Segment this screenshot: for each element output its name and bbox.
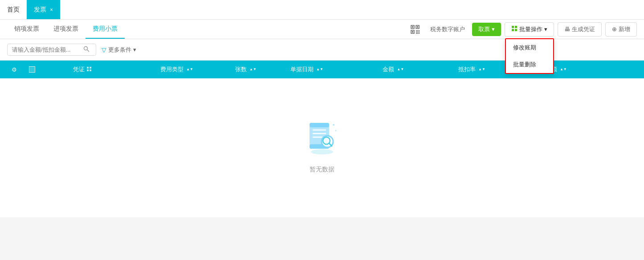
add-icon: ⊕: [612, 26, 617, 32]
toolbar: 税务数字账户 取票 ▾ 批量操作 ▾: [407, 22, 637, 37]
svg-rect-10: [417, 32, 418, 32]
tab-sales-invoice[interactable]: 销项发票: [7, 20, 46, 39]
svg-rect-21: [87, 67, 89, 69]
qr-icon-button[interactable]: [407, 23, 423, 36]
svg-rect-27: [310, 123, 329, 127]
svg-text:✦: ✦: [332, 122, 335, 127]
more-filter-label: 更多条件: [108, 46, 131, 54]
th-type-sort: ▲▼: [186, 68, 193, 71]
batch-ops-dropdown: 修改账期 批量删除: [505, 38, 554, 74]
svg-rect-15: [512, 26, 514, 28]
svg-line-20: [87, 50, 90, 52]
th-count-sort: ▲▼: [249, 68, 257, 71]
batch-ops-arrow: ▾: [544, 26, 547, 32]
search-input[interactable]: [12, 46, 83, 53]
batch-ops-icon: [511, 25, 518, 33]
svg-rect-24: [90, 69, 91, 71]
th-date[interactable]: 单据日期 ▲▼: [264, 65, 350, 73]
empty-state: ✦ ✦ 暂无数据: [0, 78, 644, 191]
dropdown-batch-delete[interactable]: 批量删除: [506, 56, 553, 73]
invoice-tab-label: 发票: [34, 6, 46, 14]
tab-expense-receipt[interactable]: 费用小票: [86, 20, 125, 39]
svg-rect-11: [419, 32, 420, 32]
th-settings[interactable]: ⚙: [4, 66, 25, 73]
search-button[interactable]: [83, 46, 90, 53]
take-ticket-arrow: ▾: [492, 26, 495, 32]
top-nav: 首页 发票 ×: [0, 0, 644, 20]
th-amount-sort: ▲▼: [397, 68, 404, 71]
svg-rect-18: [515, 29, 517, 31]
th-count[interactable]: 张数 ▲▼: [228, 65, 264, 73]
svg-rect-5: [412, 31, 413, 32]
batch-ops-label: 批量操作: [519, 25, 542, 33]
th-rate[interactable]: 抵扣率 ▲▼: [436, 65, 507, 73]
voucher-icon: 🖶: [564, 26, 570, 32]
invoice-tab-close[interactable]: ×: [50, 7, 53, 13]
voucher-label: 生成凭证: [572, 25, 595, 33]
empty-illustration: ✦ ✦: [300, 114, 344, 158]
svg-point-19: [84, 47, 88, 50]
svg-rect-8: [419, 30, 420, 31]
tax-account-button[interactable]: 税务数字账户: [427, 24, 469, 35]
home-tab[interactable]: 首页: [0, 0, 27, 19]
th-deduct-sort: ▲▼: [560, 68, 567, 71]
add-button[interactable]: ⊕ 新增: [605, 22, 637, 37]
svg-rect-22: [90, 67, 91, 69]
svg-rect-6: [416, 30, 417, 31]
tab-input-invoice[interactable]: 进项发票: [46, 20, 86, 39]
take-ticket-button[interactable]: 取票 ▾: [472, 23, 501, 36]
svg-rect-14: [419, 33, 420, 34]
take-ticket-label: 取票: [478, 25, 490, 33]
invoice-tab[interactable]: 发票 ×: [27, 0, 60, 19]
th-type-label: 费用类型: [160, 65, 183, 73]
add-label: 新增: [619, 25, 630, 33]
th-voucher[interactable]: 凭证: [39, 65, 126, 73]
svg-point-25: [311, 149, 333, 154]
svg-rect-17: [512, 29, 514, 31]
th-amount-label: 金额: [383, 65, 394, 73]
th-date-label: 单据日期: [290, 65, 314, 73]
batch-ops-button[interactable]: 批量操作 ▾: [505, 22, 554, 37]
dropdown-modify-period[interactable]: 修改账期: [506, 39, 553, 56]
th-date-sort: ▲▼: [316, 68, 323, 71]
th-count-label: 张数: [235, 65, 247, 73]
svg-rect-13: [417, 33, 418, 34]
th-amount[interactable]: 金额 ▲▼: [350, 65, 436, 73]
th-type[interactable]: 费用类型 ▲▼: [126, 65, 228, 73]
filter-icon: ▽: [102, 46, 106, 53]
more-filter-button[interactable]: ▽ 更多条件 ▾: [102, 46, 136, 54]
th-voucher-icon: [86, 66, 92, 73]
th-rate-sort: ▲▼: [478, 68, 485, 71]
svg-rect-16: [515, 26, 517, 28]
search-input-wrap: [7, 44, 96, 56]
sub-tabs-bar: 销项发票 进项发票 费用小票 税务数: [0, 20, 644, 39]
svg-rect-9: [416, 32, 417, 32]
svg-text:✦: ✦: [334, 129, 337, 132]
th-rate-label: 抵扣率: [458, 65, 476, 73]
settings-icon: ⚙: [12, 66, 17, 73]
th-check[interactable]: [25, 66, 39, 73]
svg-rect-3: [417, 26, 418, 28]
th-voucher-label: 凭证: [73, 65, 85, 73]
svg-rect-23: [87, 69, 89, 71]
more-filter-arrow: ▾: [133, 46, 136, 53]
batch-ops-wrapper: 批量操作 ▾ 修改账期 批量删除: [505, 22, 554, 37]
svg-rect-7: [417, 30, 418, 31]
generate-voucher-button[interactable]: 🖶 生成凭证: [558, 22, 602, 37]
empty-text: 暂无数据: [310, 166, 334, 174]
svg-rect-12: [416, 33, 417, 34]
header-checkbox[interactable]: [29, 66, 35, 73]
svg-rect-1: [412, 26, 413, 28]
